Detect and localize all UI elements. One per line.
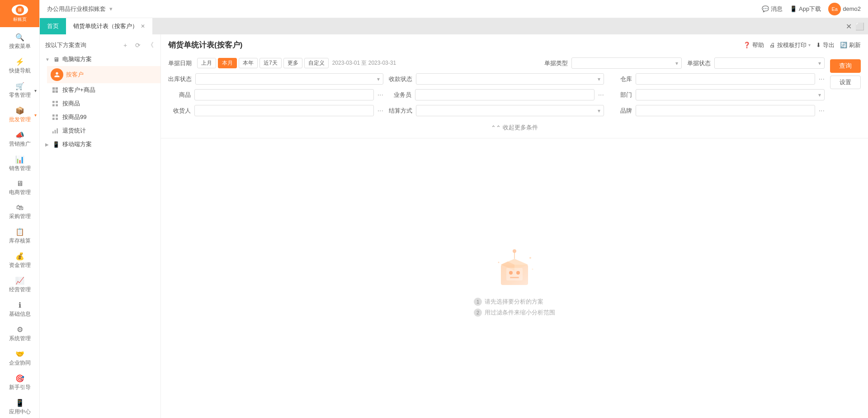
print-btn[interactable]: 🖨 按模板打印 ▾ [769, 41, 811, 49]
collapse-bar[interactable]: ⌃⌃ 收起更多条件 [168, 121, 861, 134]
active-item-icon [51, 68, 63, 81]
tree-mobile-header[interactable]: ▶ 📱 移动端方案 [40, 138, 160, 151]
maximize-icon[interactable]: ⬜ [855, 22, 864, 31]
sidebar-item-system[interactable]: ⚙ 系统管理 [0, 322, 39, 346]
brand-more-icon[interactable]: ··· [819, 107, 825, 115]
warehouse-more-icon[interactable]: ··· [819, 75, 825, 83]
receiver-label: 收货人 [168, 107, 191, 115]
topbar: 办公用品行业模拟账套 ▾ 💬 消息 📱 App下载 Ea demo2 [40, 0, 868, 18]
filter-row-3: 商品 ··· 业务员 ··· 部门 [168, 89, 825, 100]
svg-rect-14 [506, 268, 523, 280]
sidebar-item-basic[interactable]: ℹ 基础信息 [0, 297, 39, 322]
warehouse-label: 仓库 [609, 75, 632, 83]
home-tab-label: 首页 [47, 22, 59, 30]
left-panel-actions: + ⟳ 《 [121, 41, 155, 50]
refresh-scheme-btn[interactable]: ⟳ [133, 41, 142, 50]
sidebar-item-inventory[interactable]: 📋 库存核算 [0, 224, 39, 248]
message-btn[interactable]: 💬 消息 [762, 5, 783, 13]
warehouse-input[interactable] [636, 73, 815, 85]
tabbar: 首页 销货单统计表（按客户） ✕ ✕ ⬜ [40, 18, 868, 34]
department-select[interactable] [636, 89, 825, 100]
retail-icon: 🛒 [15, 82, 24, 90]
sidebar-item-enterprise[interactable]: 🤝 企业协同 [0, 346, 39, 370]
settlement-select[interactable] [416, 105, 604, 116]
sidebar-item-appcenter[interactable]: 📱 应用中心 [0, 395, 39, 418]
main-area: 办公用品行业模拟账套 ▾ 💬 消息 📱 App下载 Ea demo2 首页 [40, 0, 868, 418]
order-type-select[interactable] [571, 57, 682, 69]
tab-close-icon[interactable]: ✕ [141, 23, 145, 29]
tab-maximize-area: ✕ ⬜ [846, 22, 864, 31]
brand-input[interactable] [636, 105, 815, 116]
query-btn[interactable]: 查询 [830, 59, 861, 73]
tree-item-by-goods[interactable]: 按商品 [47, 97, 160, 110]
settings-btn[interactable]: 设置 [830, 76, 861, 89]
sidebar: 标账页 🔍 搜索菜单 ⚡ 快捷导航 🛒 零售管理 📦 批发管理 📣 营销推广 📊… [0, 0, 40, 418]
sidebar-item-wholesale[interactable]: 📦 批发管理 [0, 103, 39, 127]
tab-sales-stat[interactable]: 销货单统计表（按客户） ✕ [66, 18, 152, 34]
department-label: 部门 [609, 91, 632, 99]
goods-input[interactable] [194, 89, 374, 100]
sidebar-item-sales[interactable]: 📊 销售管理 [0, 152, 39, 176]
salesperson-input[interactable] [415, 89, 594, 100]
collapse-up-icon: ⌃⌃ [491, 124, 501, 131]
inventory-icon: 📋 [15, 228, 24, 236]
header-actions: ❓ 帮助 🖨 按模板打印 ▾ ⬇ 导出 🔄 刷新 [743, 41, 861, 49]
sidebar-item-marketing[interactable]: 📣 营销推广 [0, 127, 39, 152]
sidebar-item-operations[interactable]: 📈 经营管理 [0, 273, 39, 297]
appcenter-icon: 📱 [15, 399, 24, 407]
sidebar-item-search[interactable]: 🔍 搜索菜单 [0, 29, 39, 54]
sales-tab-label: 销货单统计表（按客户） [73, 22, 138, 30]
collapse-panel-btn[interactable]: 《 [146, 41, 155, 50]
marketing-icon: 📣 [15, 131, 24, 139]
refresh-btn[interactable]: 🔄 刷新 [840, 41, 861, 49]
tree-item-by-customer[interactable]: 按客户 [47, 66, 160, 83]
date-btn-more[interactable]: 更多 [283, 58, 302, 68]
download-icon: 📱 [790, 5, 797, 12]
app-download-btn[interactable]: 📱 App下载 [790, 5, 821, 13]
svg-rect-5 [56, 114, 58, 117]
sidebar-item-purchase[interactable]: 🛍 采购管理 [0, 200, 39, 224]
sidebar-item-finance[interactable]: 💰 资金管理 [0, 248, 39, 273]
dropdown-icon[interactable]: ▾ [109, 5, 113, 12]
logo-area: 标账页 [0, 0, 39, 27]
filter-row-2: 出库状态 ▾ 收款状态 [168, 73, 825, 85]
sidebar-item-ecommerce[interactable]: 🖥 电商管理 [0, 176, 39, 200]
sidebar-item-newuser[interactable]: 🎯 新手引导 [0, 370, 39, 395]
operations-icon: 📈 [15, 276, 24, 285]
user-profile[interactable]: Ea demo2 [828, 3, 861, 15]
receiver-input[interactable] [194, 105, 374, 116]
order-status-filter: 单据状态 ▾ [687, 57, 825, 69]
tree-item-by-customer-goods[interactable]: 按客户+商品 [47, 83, 160, 97]
receiver-more-icon[interactable]: ··· [377, 107, 383, 115]
tab-home[interactable]: 首页 [40, 18, 66, 34]
tree-expand-arrow: ▼ [45, 57, 52, 62]
add-scheme-btn[interactable]: + [121, 41, 130, 50]
receive-status-select-wrapper: ▾ [416, 73, 604, 85]
receive-status-select[interactable] [416, 73, 604, 85]
date-btn-last-month[interactable]: 上月 [197, 58, 216, 68]
date-btn-this-month[interactable]: 本月 [218, 58, 237, 68]
app-title: 办公用品行业模拟账套 [47, 5, 106, 13]
order-type-select-wrapper: ▾ [571, 57, 682, 69]
date-btn-custom[interactable]: 自定义 [304, 58, 329, 68]
sidebar-item-quicknav[interactable]: ⚡ 快捷导航 [0, 54, 39, 78]
date-btn-this-year[interactable]: 本年 [239, 58, 258, 68]
brand-filter: 品牌 ··· [609, 105, 825, 116]
search-icon: 🔍 [15, 33, 24, 42]
tree-item-return-stat[interactable]: 退货统计 [47, 124, 160, 138]
export-btn[interactable]: ⬇ 导出 [816, 41, 835, 49]
sidebar-item-retail[interactable]: 🛒 零售管理 [0, 78, 39, 103]
receive-status-label: 收款状态 [389, 75, 412, 83]
purchase-icon: 🛍 [16, 204, 24, 212]
tree-item-by-goods-99[interactable]: 按商品99 [47, 110, 160, 124]
out-status-select[interactable] [195, 73, 383, 85]
tip-num-1: 1 [474, 298, 482, 306]
svg-rect-17 [510, 277, 519, 278]
close-window-icon[interactable]: ✕ [846, 22, 852, 31]
goods-more-icon[interactable]: ··· [377, 91, 383, 99]
tree-desktop-header[interactable]: ▼ 🖥 电脑端方案 [40, 52, 160, 66]
help-btn[interactable]: ❓ 帮助 [743, 41, 764, 49]
salesperson-more-icon[interactable]: ··· [598, 91, 604, 99]
date-btn-last-7[interactable]: 近7天 [259, 58, 282, 68]
order-status-select[interactable] [714, 57, 825, 69]
